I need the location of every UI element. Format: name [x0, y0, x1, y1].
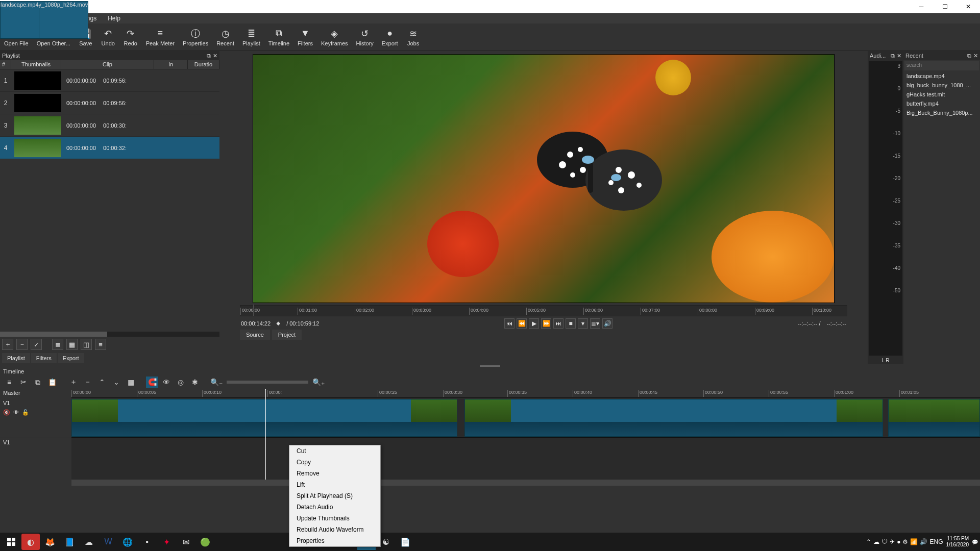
- timeline-clip[interactable]: butterfly.mp4: [71, 399, 457, 437]
- recent-item[interactable]: Big_Buck_Bunny_1080p...: [903, 108, 980, 117]
- start-button[interactable]: [2, 534, 20, 550]
- lift-icon[interactable]: ⌃: [96, 377, 108, 388]
- view-grid-icon[interactable]: ▦: [66, 339, 78, 350]
- ctx-properties[interactable]: Properties: [289, 535, 380, 546]
- tray-icon[interactable]: ⚙: [902, 538, 908, 545]
- taskbar-terminal[interactable]: ▪: [138, 534, 156, 550]
- tab-playlist[interactable]: Playlist: [2, 353, 30, 363]
- toggle-button[interactable]: ▾: [578, 318, 588, 329]
- recent-item[interactable]: big_buck_bunny_1080_...: [903, 81, 980, 90]
- menu-help[interactable]: Help: [103, 14, 126, 23]
- cut-icon[interactable]: ✂: [17, 377, 30, 388]
- timeline-playhead[interactable]: [265, 389, 266, 486]
- view-tiles-icon[interactable]: ◫: [81, 339, 92, 350]
- stop-button[interactable]: ■: [566, 318, 576, 329]
- master-track-head[interactable]: Master: [0, 389, 71, 398]
- paste-icon[interactable]: 📋: [46, 377, 58, 388]
- zoom-slider[interactable]: [227, 381, 308, 384]
- zoom-out-icon[interactable]: 🔍₋: [210, 377, 223, 388]
- tab-project[interactable]: Project: [272, 330, 302, 340]
- lock-icon[interactable]: 🔓: [22, 409, 29, 416]
- current-timecode[interactable]: 00:00:14:22: [240, 319, 272, 328]
- peak-meter-button[interactable]: ≡Peak Meter: [142, 27, 179, 47]
- properties-button[interactable]: ⓘProperties: [179, 27, 212, 47]
- video-preview[interactable]: [253, 54, 835, 303]
- taskbar-app-3[interactable]: 📘: [60, 534, 79, 550]
- keyframes-button[interactable]: ◈Keyframes: [317, 27, 352, 47]
- taskbar-word[interactable]: W: [99, 534, 117, 550]
- timeline-clip[interactable]: landscape.mp4: [464, 399, 883, 437]
- tray-icon[interactable]: 🛡: [881, 538, 888, 545]
- skip-next-button[interactable]: ⏭: [553, 318, 564, 329]
- split-icon[interactable]: ▦: [125, 377, 137, 388]
- close-button[interactable]: ✕: [957, 0, 980, 13]
- col-idx[interactable]: #: [0, 60, 11, 69]
- tab-source[interactable]: Source: [240, 330, 270, 340]
- recent-item[interactable]: landscape.mp4: [903, 71, 980, 81]
- skip-prev-button[interactable]: ⏮: [504, 318, 514, 329]
- undock-icon[interactable]: ⧉: [891, 53, 895, 59]
- timeline-ruler[interactable]: 00:00:0000:00:0500:00:1000:00:00:00:2500…: [71, 389, 980, 398]
- ctx-remove[interactable]: Remove: [289, 468, 380, 479]
- recent-item[interactable]: gHacks test.mlt: [903, 90, 980, 99]
- menu-icon[interactable]: ≡: [95, 339, 106, 350]
- playlist-button[interactable]: ≣Playlist: [238, 27, 264, 47]
- taskbar-app-4[interactable]: ☁: [80, 534, 98, 550]
- jobs-button[interactable]: ≋Jobs: [402, 27, 425, 47]
- remove-icon[interactable]: －: [82, 377, 94, 388]
- play-button[interactable]: ▶: [529, 318, 539, 329]
- notification-button[interactable]: 💬: [972, 539, 978, 545]
- scrub-icon[interactable]: 👁: [160, 377, 173, 388]
- tray-volume-icon[interactable]: 🔊: [920, 538, 927, 545]
- update-button[interactable]: ✓: [31, 339, 42, 350]
- v1-track-head[interactable]: V1 🔇 👁 🔓: [0, 398, 71, 438]
- add-button[interactable]: ＋: [2, 339, 13, 350]
- append-icon[interactable]: ＋: [67, 377, 80, 388]
- taskbar-mail[interactable]: ✉: [177, 534, 195, 550]
- tray-icon[interactable]: ●: [897, 538, 900, 545]
- ctx-copy[interactable]: Copy: [289, 457, 380, 468]
- export-button[interactable]: ●Export: [378, 27, 402, 47]
- track-v1[interactable]: butterfly.mp4landscape.mp4big_buck_bunny: [71, 398, 980, 438]
- copy-icon[interactable]: ⧉: [32, 377, 44, 388]
- taskbar-app-1[interactable]: ◐: [21, 534, 40, 550]
- tray-icon[interactable]: ⌃: [866, 538, 871, 545]
- ctx-split-at-playhead-s-[interactable]: Split At Playhead (S): [289, 490, 380, 502]
- tray-lang-icon[interactable]: ENG: [929, 538, 943, 545]
- close-panel-icon[interactable]: ✕: [213, 53, 217, 59]
- ctx-rebuild-audio-waveform[interactable]: Rebuild Audio Waveform: [289, 524, 380, 535]
- snap-icon[interactable]: 🧲: [146, 377, 158, 388]
- recent-button[interactable]: ◷Recent: [212, 27, 238, 47]
- preview-ruler[interactable]: 00:00:0000:01:0000:02:0000:03:0000:04:00…: [240, 305, 847, 316]
- playlist-row[interactable]: 4landscape.mp400:00:00:0000:00:32:: [0, 137, 219, 159]
- undock-icon[interactable]: ⧉: [207, 53, 211, 59]
- recent-search[interactable]: search: [904, 61, 979, 70]
- ctx-lift[interactable]: Lift: [289, 479, 380, 490]
- redo-button[interactable]: ↷Redo: [119, 27, 142, 47]
- timecode-spinner[interactable]: ⯁: [276, 320, 281, 327]
- volume-button[interactable]: 🔊: [602, 318, 612, 329]
- col-dur[interactable]: Duratio: [188, 60, 219, 69]
- taskbar-firefox[interactable]: 🦊: [41, 534, 59, 550]
- taskbar-app-8[interactable]: ✦: [157, 534, 176, 550]
- zoom-dropdown[interactable]: ≣▾: [590, 318, 600, 329]
- undock-icon[interactable]: ⧉: [967, 53, 971, 59]
- taskbar-clock[interactable]: 11:55 PM 1/16/2020: [946, 536, 969, 548]
- rewind-button[interactable]: ⏪: [517, 318, 527, 329]
- ripple-icon[interactable]: ◎: [175, 377, 187, 388]
- history-button[interactable]: ↺History: [352, 27, 378, 47]
- timeline-menu-icon[interactable]: ≡: [3, 377, 15, 388]
- remove-button[interactable]: －: [16, 339, 28, 350]
- timeline-clip[interactable]: big_buck_bunny: [888, 399, 980, 437]
- system-tray[interactable]: ⌃ ☁ 🛡 ✈ ● ⚙ 📶 🔊 ENG: [866, 538, 943, 545]
- filters-button[interactable]: ▼Filters: [293, 27, 317, 47]
- playlist-row[interactable]: 1Big_Buck_Bunny_1080p.avi00:00:00:0000:0…: [0, 69, 219, 92]
- tray-icon[interactable]: ☁: [873, 538, 879, 545]
- taskbar-chrome[interactable]: 🟢: [196, 534, 214, 550]
- ctx-cut[interactable]: Cut: [289, 445, 380, 457]
- minimize-button[interactable]: ─: [910, 0, 933, 13]
- tab-export[interactable]: Export: [58, 353, 84, 363]
- view-list-icon[interactable]: ≣: [52, 339, 63, 350]
- mute-icon[interactable]: 🔇: [3, 409, 10, 416]
- playlist-row[interactable]: 2big_buck_bunny_1080p_h264.mov00:00:00:0…: [0, 92, 219, 114]
